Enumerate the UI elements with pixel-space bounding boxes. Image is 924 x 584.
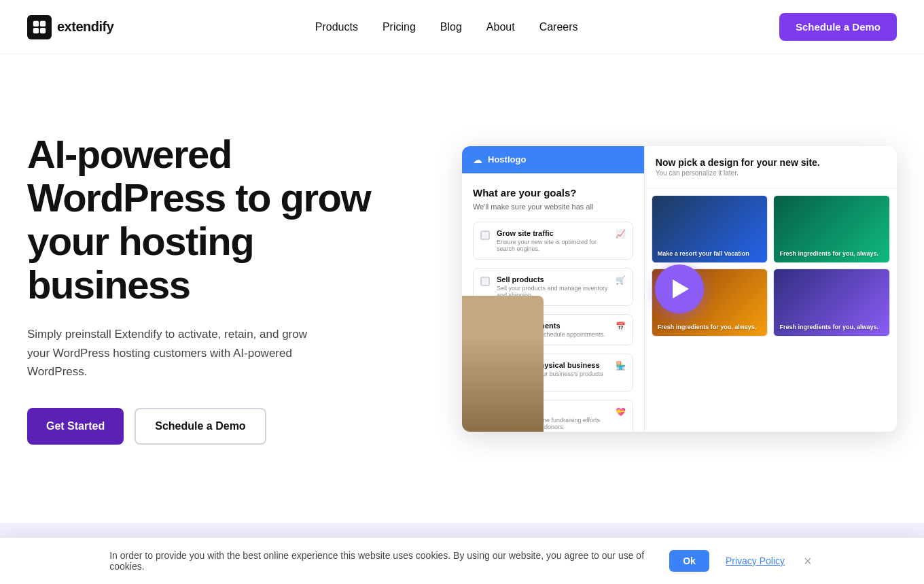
design-card-1[interactable]: Make a resort your fall Vacation (652, 195, 768, 263)
nav-link-careers[interactable]: Careers (539, 21, 578, 33)
design-card-label-2: Fresh ingredients for you, always. (779, 250, 884, 257)
svg-rect-1 (40, 20, 46, 26)
navbar: extendify Products Pricing Blog About Ca… (0, 0, 924, 54)
design-card-2[interactable]: Fresh ingredients for you, always. (773, 195, 890, 263)
goal-checkbox-2 (480, 277, 490, 286)
cookie-close-button[interactable]: × (801, 554, 815, 568)
design-card-label-4: Fresh ingredients for you, always. (779, 324, 884, 330)
nav-schedule-demo-button[interactable]: Schedule a Demo (779, 13, 897, 41)
logo-link[interactable]: extendify (27, 15, 113, 39)
goal-icon-5: 💝 (616, 407, 626, 417)
hero-left-column: AI-powered WordPress to grow your hostin… (27, 133, 380, 445)
get-started-button[interactable]: Get Started (27, 408, 124, 445)
play-button[interactable] (655, 264, 704, 313)
design-sub: You can personalize it later. (656, 169, 886, 177)
mockup-goals-sub: We'll make sure your website has all (473, 203, 633, 211)
design-card-label-1: Make a resort your fall Vacation (658, 250, 762, 257)
goal-icon-1: 📈 (616, 229, 626, 239)
mockup-goals-panel: ☁ Hostlogo What are your goals? We'll ma… (462, 146, 645, 432)
svg-rect-2 (33, 27, 39, 33)
nav-link-products[interactable]: Products (315, 21, 358, 33)
mockup-design-header: Now pick a design for your new site. You… (645, 146, 897, 188)
logo-svg (32, 20, 47, 35)
hero-section: AI-powered WordPress to grow your hostin… (0, 54, 924, 523)
hero-heading: AI-powered WordPress to grow your hostin… (27, 133, 380, 306)
cookie-ok-button[interactable]: Ok (669, 550, 709, 572)
cloud-icon: ☁ (473, 154, 482, 165)
mockup-goal-item: Grow site traffic Ensure your new site i… (473, 222, 633, 260)
goal-icon-2: 🛒 (616, 275, 626, 285)
cookie-banner: In order to provide you with the best on… (0, 537, 924, 584)
cookie-privacy-button[interactable]: Privacy Policy (726, 555, 785, 566)
nav-links: Products Pricing Blog About Careers (315, 21, 578, 33)
mockup-goals-title: What are your goals? (473, 187, 633, 199)
mockup-header-bar: ☁ Hostlogo (462, 146, 644, 173)
logo-icon (27, 15, 52, 39)
nav-link-blog[interactable]: Blog (440, 21, 462, 33)
design-card-4[interactable]: Fresh ingredients for you, always. (773, 269, 890, 337)
design-title: Now pick a design for your new site. (656, 157, 886, 168)
design-card-label-3: Fresh ingredients for you, always. (658, 324, 762, 330)
nav-link-pricing[interactable]: Pricing (383, 21, 416, 33)
mockup-person-image (462, 296, 544, 432)
hero-mockup: ☁ Hostlogo What are your goals? We'll ma… (462, 146, 897, 432)
goal-text-1: Grow site traffic Ensure your new site i… (497, 229, 609, 252)
goal-checkbox-1 (480, 230, 490, 240)
cookie-text: In order to provide you with the best on… (109, 550, 653, 572)
mockup-brand-name: Hostlogo (488, 154, 526, 165)
goal-icon-4: 🏪 (616, 361, 626, 371)
schedule-demo-button[interactable]: Schedule a Demo (135, 408, 266, 445)
person-face (462, 296, 544, 432)
goal-icon-3: 📅 (616, 322, 626, 331)
svg-rect-3 (40, 27, 46, 33)
nav-link-about[interactable]: About (486, 21, 515, 33)
svg-rect-0 (33, 20, 39, 26)
hero-subtext: Simply preinstall Extendify to activate,… (27, 325, 326, 381)
hero-buttons: Get Started Schedule a Demo (27, 408, 380, 445)
goal-text-2: Sell products Sell your products and man… (497, 275, 609, 298)
play-triangle-icon (673, 279, 689, 298)
logo-text: extendify (57, 19, 113, 35)
